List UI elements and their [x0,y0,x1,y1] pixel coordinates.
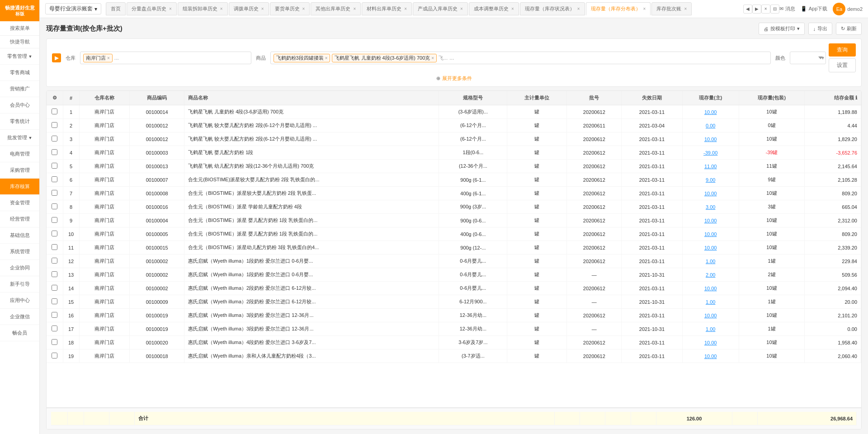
row-checkbox[interactable] [52,190,57,196]
tab-inventory-dist[interactable]: 现存量（库存分布表） × [586,2,651,15]
sidebar-item-system[interactable]: 系统管理 [0,244,39,260]
row-checkbox[interactable] [52,271,57,277]
td-qty-main[interactable]: 11.00 [682,160,739,173]
row-checkbox[interactable] [52,298,57,304]
td-qty-main[interactable]: 3.00 [682,200,739,214]
tab-menu-btn[interactable]: ⊟ [770,5,779,14]
row-checkbox[interactable] [52,176,57,182]
tab-inventory-status[interactable]: 现存量（库存状况表） × [520,2,585,15]
warehouse-filter[interactable]: 南岸门店 × ... [80,52,251,64]
sidebar-item-basics[interactable]: 基础信息 [0,227,39,244]
sidebar-item-purchase[interactable]: 采购管理 [0,162,39,179]
td-qty-main[interactable]: 1.00 [682,255,739,268]
sidebar-item-retail-shop[interactable]: 零售商城 [0,65,39,81]
row-checkbox[interactable] [52,108,57,114]
row-checkbox[interactable] [52,136,57,142]
td-qty-main[interactable]: 10.00 [682,241,739,255]
sidebar-item-wechat[interactable]: 企业微信 [0,309,39,325]
tab-close-icon[interactable]: × [169,6,172,11]
sidebar-logo[interactable]: 畅捷通好生意 标版 [0,0,39,21]
td-qty-main[interactable]: 10.00 [682,309,739,322]
td-check[interactable] [47,282,63,295]
tab-close-icon[interactable]: × [302,6,305,11]
sidebar-item-finance[interactable]: 资金管理 [0,195,39,211]
refresh-button[interactable]: ↻ 刷新 [836,23,862,35]
sidebar-item-ecommerce[interactable]: 电商管理 [0,146,39,162]
row-checkbox[interactable] [52,244,57,250]
td-qty-main[interactable]: 10.00 [682,132,739,146]
row-checkbox[interactable] [52,122,57,128]
sidebar-quick-nav[interactable]: 快捷导航 [0,36,39,48]
td-check[interactable] [47,146,63,160]
row-checkbox[interactable] [52,217,57,223]
tab-close-icon[interactable]: × [577,6,580,11]
td-check[interactable] [47,295,63,309]
tab-cost-adjust[interactable]: 成本调整单历史 × [469,2,519,15]
td-check[interactable] [47,187,63,200]
tab-batch-voucher[interactable]: 库存批次账 × [651,2,692,15]
td-check[interactable] [47,214,63,227]
row-checkbox[interactable] [52,163,57,169]
td-check[interactable] [47,105,63,119]
tab-next-btn[interactable]: ▶ [752,5,761,14]
tab-product-in[interactable]: 产成品入库单历史 × [413,2,468,15]
tab-split-count[interactable]: 分量盘点单历史 × [127,2,177,15]
row-checkbox[interactable] [52,326,57,331]
sidebar-item-retail-mgmt[interactable]: 零售管理 ▼ [0,48,39,65]
tab-other-out[interactable]: 其他出库单历史 × [311,2,361,15]
td-check[interactable] [47,119,63,132]
td-check[interactable] [47,268,63,282]
sidebar-item-inventory[interactable]: 库存核算 [0,179,39,195]
td-qty-main[interactable]: 0.00 [682,119,739,132]
expand-more-btn[interactable]: ⊕ 展开更多条件 [52,75,856,82]
row-checkbox[interactable] [52,353,57,359]
tab-home[interactable]: 首页 [106,2,126,15]
td-qty-main[interactable]: 10.00 [682,187,739,200]
account-dropdown[interactable]: 母婴行业演示账套 ▾ [45,3,101,14]
row-checkbox[interactable] [52,231,57,236]
tab-close-icon[interactable]: × [353,6,356,11]
td-check[interactable] [47,322,63,336]
table-scroll[interactable]: ⚙ # 仓库名称 商品编码 商品名称 规格型号 主计量单位 批号 失效日期 现存… [47,91,861,407]
td-qty-main[interactable]: 2.00 [682,268,739,282]
warehouse-tag-nangan[interactable]: 南岸门店 × [83,54,113,62]
setting-button[interactable]: 设置 [829,58,856,72]
tab-close-icon[interactable]: × [511,6,514,11]
tag-close-icon[interactable]: × [431,56,434,61]
color-select[interactable] [790,52,826,64]
tab-prev-btn[interactable]: ◀ [743,5,752,14]
tab-close-icon[interactable]: × [643,6,646,11]
tab-close-icon[interactable]: × [404,6,407,11]
tab-close-icon[interactable]: × [220,6,223,11]
goods-tag-2[interactable]: 飞鹤星飞帆 儿童奶粉 4段(3-6岁适用) 700克 × [332,54,437,62]
td-qty-main[interactable]: 10.00 [682,105,739,119]
query-button[interactable]: 查询 [829,43,856,57]
sidebar-item-marketing[interactable]: 营销推广 [0,81,39,97]
td-check[interactable] [47,200,63,214]
tab-close-all-btn[interactable]: × [761,5,770,14]
tab-close-icon[interactable]: × [261,6,264,11]
td-check[interactable] [47,309,63,322]
goods-tag-1[interactable]: 飞鹤奶粉3段四罐搂装 × [274,54,330,62]
sidebar-item-wholesale[interactable]: 批发管理 ▼ [0,130,39,146]
tag-close-icon[interactable]: × [325,56,328,61]
sidebar-item-member2[interactable]: 畅会员 [0,325,39,341]
td-qty-main[interactable]: 1.00 [682,322,739,336]
td-qty-main[interactable]: 9.00 [682,173,739,187]
sidebar-item-retail-stats[interactable]: 零售统计 [0,113,39,130]
app-download-btn[interactable]: 📱 App下载 [801,5,828,12]
sidebar-item-operations[interactable]: 经营管理 [0,211,39,227]
tab-close-icon[interactable]: × [460,6,463,11]
td-qty-main[interactable]: 10.00 [682,282,739,295]
td-qty-main[interactable]: -39.00 [682,146,739,160]
tab-close-icon[interactable]: × [684,6,687,11]
td-qty-main[interactable]: 1.00 [682,295,739,309]
message-btn[interactable]: ✉ 消息 [779,5,795,12]
tab-disassemble[interactable]: 组装拆卸单历史 × [178,2,228,15]
td-qty-main[interactable]: 10.00 [682,349,739,363]
row-checkbox[interactable] [52,285,57,291]
th-settings[interactable]: ⚙ [47,91,63,105]
td-check[interactable] [47,227,63,241]
td-check[interactable] [47,336,63,349]
td-check[interactable] [47,132,63,146]
